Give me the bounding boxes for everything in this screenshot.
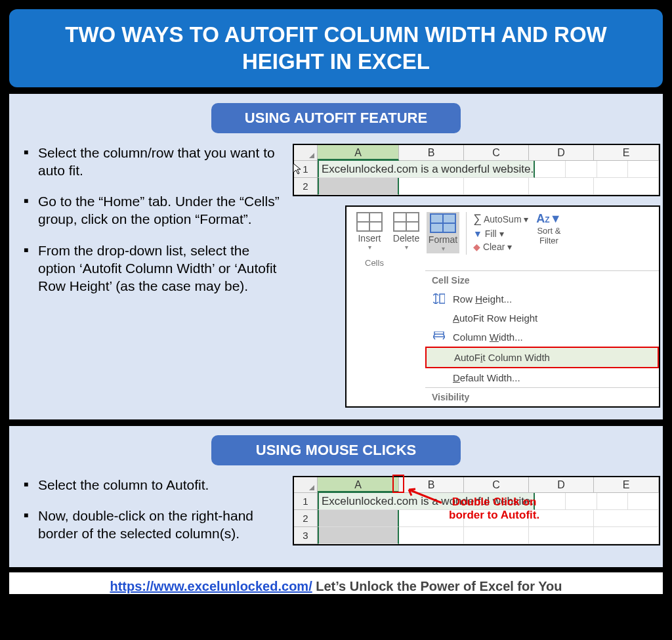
column-header: B [399, 145, 464, 161]
instruction-list: Select the column to Autofit. Now, doubl… [24, 476, 280, 556]
menu-header: Visibility [425, 387, 659, 406]
cell [597, 161, 628, 178]
select-all-corner [294, 145, 318, 161]
footer-link[interactable]: https://www.excelunlocked.com/ [110, 579, 312, 593]
cell [529, 527, 594, 544]
menu-header: Cell Size [425, 271, 659, 289]
row-header: 3 [294, 527, 318, 544]
row-header: 2 [294, 510, 318, 527]
cell [318, 178, 399, 195]
clear-button[interactable]: ◆ Clear ▾ [473, 242, 528, 252]
sort-filter-button[interactable]: AZ▼ Sort & Filter [532, 212, 565, 245]
autosum-button[interactable]: ∑ AutoSum ▾ [473, 212, 528, 226]
cell [594, 178, 659, 195]
cell [535, 493, 566, 510]
instruction-list: Select the column/row that you want to a… [24, 144, 280, 408]
cell [535, 161, 566, 178]
row-header: 2 [294, 178, 318, 195]
section-heading: USING MOUSE CLICKS [211, 435, 461, 465]
list-item: Select the column to Autofit. [24, 476, 280, 494]
column-header: C [464, 477, 529, 493]
delete-button[interactable]: Delete [390, 212, 423, 251]
column-width-icon [433, 331, 445, 342]
excel-grid-illustration: A B C D E 1 Excelunlocked.com is a wonde… [293, 476, 660, 545]
button-label: Delete [393, 233, 419, 244]
menu-column-width[interactable]: Column Width... [425, 328, 659, 347]
highlight-box [392, 475, 404, 493]
cell: Excelunlocked.com is a wonderful website… [318, 161, 535, 178]
cell [464, 527, 529, 544]
cell [566, 161, 597, 178]
column-header: E [594, 145, 659, 161]
format-button[interactable]: Format [427, 212, 459, 253]
menu-autofit-column[interactable]: AutoFit Column Width [425, 347, 659, 368]
grid-icon [430, 213, 456, 233]
column-header: D [529, 477, 594, 493]
button-label: Sort & Filter [537, 226, 560, 245]
insert-button[interactable]: Insert [353, 212, 386, 251]
row-height-icon [433, 293, 445, 304]
column-header: A [318, 477, 399, 493]
footer-tagline: Let’s Unlock the Power of Excel for You [312, 579, 562, 593]
footer: https://www.excelunlocked.com/ Let’s Unl… [9, 572, 663, 594]
cell [594, 510, 659, 527]
row-header: 1 [294, 493, 318, 510]
menu-default-width[interactable]: Default Width... [425, 368, 659, 387]
cell [628, 161, 659, 178]
select-all-corner [294, 477, 318, 493]
list-item: Now, double-click on the right-hand bord… [24, 507, 280, 543]
format-dropdown: Cell Size Row Height... AutoFit Row Heig… [425, 270, 659, 406]
cell [318, 527, 399, 544]
cell [628, 493, 659, 510]
grid-icon [356, 212, 383, 232]
annotation-text: Double Click on border to Autofit. [449, 496, 539, 523]
editing-group: ∑ AutoSum ▾ ▼ Fill ▾ ◆ Clear ▾ [466, 212, 528, 255]
grid-icon [393, 212, 419, 232]
cell [399, 178, 464, 195]
cell [464, 178, 529, 195]
section-autofit-feature: USING AUTOFIT FEATURE Select the column/… [9, 94, 663, 419]
menu-autofit-row[interactable]: AutoFit Row Height [425, 309, 659, 328]
button-label: Format [429, 234, 457, 245]
cell-text: Excelunlocked.com is a wonderful website… [322, 163, 534, 175]
section-heading: USING AUTOFIT FEATURE [211, 103, 461, 133]
list-item: From the drop-down list, select the opti… [24, 242, 280, 295]
page-title: TWO WAYS TO AUTOFIT COLUMN WIDTH AND ROW… [9, 9, 663, 87]
button-label: Insert [358, 233, 381, 244]
cursor-icon [293, 163, 302, 175]
cell [566, 493, 597, 510]
cell [399, 527, 464, 544]
arrow-icon [406, 486, 445, 506]
cell [318, 510, 399, 527]
cell [529, 178, 594, 195]
list-item: Select the column/row that you want to a… [24, 144, 280, 180]
list-item: Go to the “Home” tab. Under the “Cells” … [24, 192, 280, 228]
ribbon-illustration: Insert Delete Format ∑ AutoSum ▾ ▼ Fill … [345, 205, 660, 408]
cell [594, 527, 659, 544]
column-header: C [464, 145, 529, 161]
column-header: D [529, 145, 594, 161]
menu-row-height[interactable]: Row Height... [425, 289, 659, 309]
column-header: A [318, 145, 399, 161]
excel-grid-illustration: A B C D E 1 Excelunlocked.com is a wonde… [293, 144, 660, 196]
group-label: Cells [365, 258, 384, 268]
column-header: E [594, 477, 659, 493]
cell [597, 493, 628, 510]
fill-button[interactable]: ▼ Fill ▾ [473, 228, 528, 239]
section-mouse-clicks: USING MOUSE CLICKS Select the column to … [9, 426, 663, 568]
